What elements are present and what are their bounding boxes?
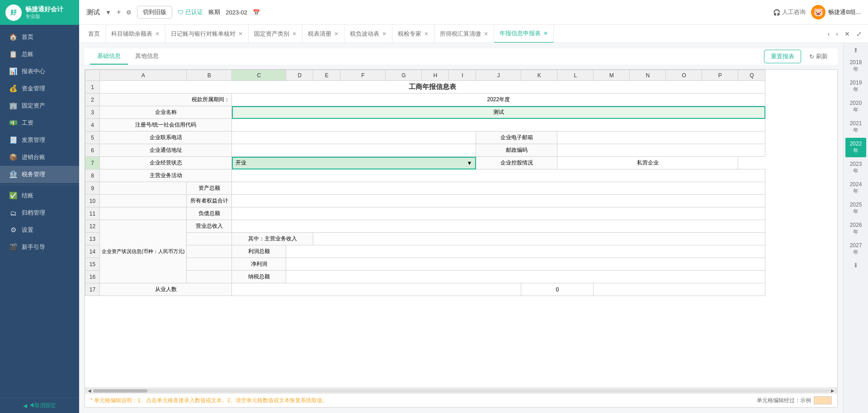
cell-status-label[interactable]: 企业经营状态 [100,157,232,169]
sidebar-item-close[interactable]: ✅ 结账 [0,187,79,204]
cell-total-assets-label[interactable]: 资产总额 [187,182,232,195]
cell-tax-total-label[interactable]: 纳税总额 [232,271,286,283]
col-header-K[interactable]: K [521,70,557,81]
col-header-M[interactable]: M [594,70,630,81]
year-scroll-up-btn[interactable]: ⬆ [851,45,860,56]
topbar-dropdown-btn[interactable]: ▼ [105,9,111,16]
col-header-O[interactable]: O [666,70,702,81]
sidebar-item-salary[interactable]: 💵 工资 [0,114,79,131]
tab-close-btn[interactable]: ✕ [155,31,160,37]
year-2023[interactable]: 2023年 [845,158,866,178]
refresh-button[interactable]: ↻ 刷新 [805,50,832,63]
year-2021[interactable]: 2021年 [845,117,866,137]
cell-main-biz-label[interactable]: 主营业务活动 [100,169,232,182]
year-2024[interactable]: 2024年 [845,178,866,198]
consult-btn[interactable]: 🎧 人工咨询 [773,8,806,16]
cell-regnum-value[interactable] [232,119,765,131]
cell-main-revenue-value[interactable] [313,233,765,245]
cell-employees-value-empty[interactable] [232,283,521,296]
col-header-N[interactable]: N [630,70,666,81]
year-2020[interactable]: 2020年 [845,97,866,117]
year-2025[interactable]: 2025年 [845,199,866,218]
cell-employees-rest[interactable] [594,283,765,296]
cell-company-value[interactable]: 测试 [232,106,765,119]
sidebar-item-settings[interactable]: ⚙ 设置 [0,221,79,239]
col-header-P[interactable]: P [702,70,738,81]
topbar-add-btn[interactable]: + [117,8,121,16]
tab-next-btn[interactable]: › [833,29,841,38]
col-header-L[interactable]: L [557,70,594,81]
cell-profit-label[interactable]: 利润总额 [232,245,286,258]
cell-tax-total-value[interactable] [286,271,765,283]
tab-close-btn[interactable]: ✕ [334,31,339,37]
cell-equity-value[interactable] [232,195,765,207]
scrollbar-thumb[interactable] [93,389,147,393]
col-header-Q[interactable]: Q [738,70,765,81]
cell-holding-value[interactable]: 私营企业 [557,157,738,169]
sidebar-item-invoice[interactable]: 🧾 发票管理 [0,131,79,149]
cell-period-value[interactable]: 2022年度 [232,94,765,106]
topbar-settings-btn[interactable]: ⚙ [126,9,132,16]
year-2027[interactable]: 2027年 [845,239,866,259]
col-header-D[interactable]: D [286,70,313,81]
cell-period-label[interactable]: 税款所属期间： [100,94,232,106]
cell-postcode-label[interactable]: 邮政编码 [476,144,557,157]
cell-employees-label[interactable]: 从业人数 [100,283,232,296]
tab-close-btn[interactable]: ✕ [382,31,387,37]
tab-tax-inspector[interactable]: 税检专家 ✕ [392,25,434,43]
tab-annual-report[interactable]: 年报信息申报表 ✕ [494,25,554,43]
reset-report-button[interactable]: 重置报表 [764,50,801,63]
col-header-G[interactable]: G [386,70,422,81]
cell-asset-status-label[interactable]: 企业资产状况信息(币种：人民币万元) [100,220,187,283]
cell-net-profit-label[interactable]: 净利润 [232,258,286,271]
col-header-E[interactable]: E [313,70,340,81]
col-header-F[interactable]: F [340,70,386,81]
horizontal-scrollbar[interactable]: ◀ ▶ [85,388,837,393]
cell-debt-label[interactable]: 负债总额 [187,207,232,220]
cell-equity-label[interactable]: 所有者权益合计 [187,195,232,207]
col-header-C[interactable]: C [232,70,286,81]
cell-regnum-label[interactable]: 注册号/统一社会信用代码 [100,119,232,131]
spreadsheet-scroll[interactable]: A B C D E F G H I J K L [85,70,837,388]
switch-version-button[interactable]: 切到旧版 [137,6,172,19]
cell-address-label[interactable]: 企业通信地址 [100,144,232,157]
col-header-I[interactable]: I [449,70,476,81]
sidebar-collapse-btn[interactable]: ◀ ◀取消固定 [0,398,79,413]
year-2019[interactable]: 2019年 [845,77,866,96]
cell-main-revenue-label[interactable]: 其中：主营业务收入 [232,233,313,245]
sub-tab-basic[interactable]: 基础信息 [90,48,128,65]
sidebar-item-purchase[interactable]: 📦 进销台账 [0,149,79,166]
tab-close-btn[interactable]: ✕ [484,31,488,37]
scrollbar-track[interactable] [93,389,829,393]
sidebar-item-archive[interactable]: 🗂 归档管理 [0,204,79,221]
user-menu-btn[interactable]: 🐷 畅捷通B组... [811,5,861,19]
tab-close-btn[interactable]: ✕ [543,30,548,37]
cell-status-dropdown[interactable]: 开业 ▼ [232,157,476,169]
sidebar-item-assets[interactable]: 🏢 固定资产 [0,97,79,114]
tab-close-btn[interactable]: ✕ [238,31,243,37]
cell-address-value[interactable] [232,144,476,157]
tab-auxiliary-balance[interactable]: 科目辅助余额表 ✕ [106,25,165,43]
cell-holding-label[interactable]: 企业控股情况 [476,157,557,169]
tab-tax-list[interactable]: 税表清册 ✕ [302,25,344,43]
cell-profit-value[interactable] [286,245,765,258]
tab-bank-reconcile[interactable]: 日记账与银行对账单核对 ✕ [165,25,249,43]
sidebar-item-home[interactable]: 🏠 首页 [0,28,79,46]
cell-company-label[interactable]: 企业名称 [100,106,232,119]
col-header-H[interactable]: H [422,70,449,81]
year-scroll-down-btn[interactable]: ⬇ [851,260,860,271]
col-header-A[interactable]: A [100,70,187,81]
sidebar-item-guide[interactable]: 🎬 新手引导 [0,239,79,256]
tab-income-tax[interactable]: 所得税汇算清缴 ✕ [434,25,494,43]
sidebar-item-reports[interactable]: 📊 报表中心 [0,63,79,80]
sub-tab-other[interactable]: 其他信息 [128,48,166,65]
sidebar-item-funds[interactable]: 💰 资金管理 [0,80,79,97]
cell-revenue-value[interactable] [232,220,765,233]
tab-prev-btn[interactable]: ‹ [825,29,833,38]
tab-fixed-asset-type[interactable]: 固定资产类别 ✕ [249,25,302,43]
sidebar-item-tax[interactable]: 🏦 税务管理 [0,166,79,183]
calendar-icon[interactable]: 📅 [253,9,260,16]
cell-email-label[interactable]: 企业电子邮箱 [476,131,557,144]
cell-email-value[interactable] [557,131,765,144]
tab-home[interactable]: 首页 [83,25,106,43]
